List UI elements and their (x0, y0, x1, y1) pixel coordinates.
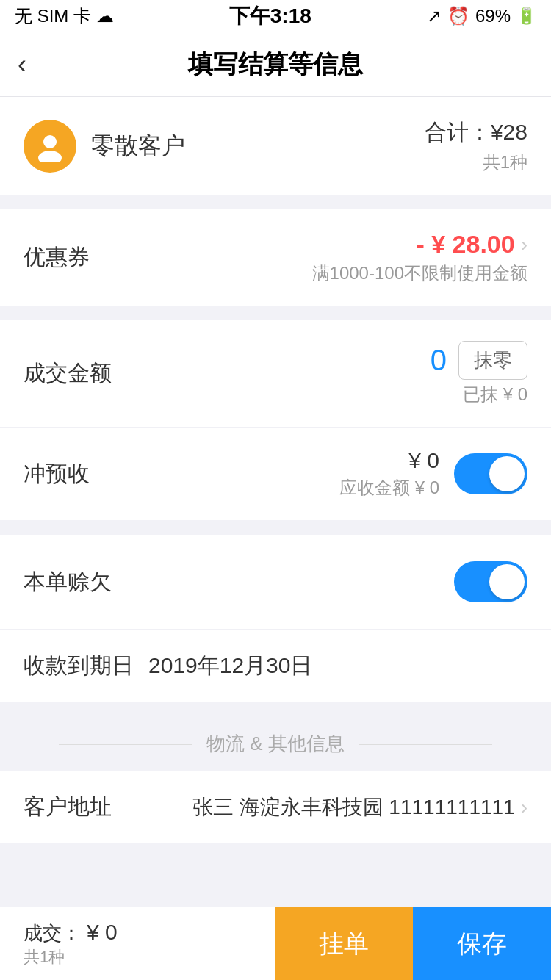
battery-label: 69% (475, 6, 511, 26)
debt-toggle[interactable] (454, 561, 527, 602)
transaction-right: 抹零 已抹 ¥ 0 (388, 341, 527, 406)
prepay-toggle[interactable] (454, 453, 527, 494)
bottom-bar: 成交： ¥ 0 共1种 挂单 保存 (0, 907, 551, 980)
sim-label: 无 SIM 卡 ☁ (15, 4, 114, 28)
coupon-desc: 满1000-100不限制使用金额 (312, 262, 527, 285)
customer-total-area: 合计：¥28 共1种 (425, 118, 527, 174)
toggle-knob (489, 456, 525, 491)
status-time: 下午3:18 (229, 2, 311, 30)
transaction-label: 成交金额 (24, 359, 112, 389)
status-left: 无 SIM 卡 ☁ (15, 4, 114, 28)
customer-count: 共1种 (425, 151, 527, 174)
transaction-value-area: 抹零 (388, 341, 527, 380)
avatar (24, 120, 76, 173)
back-button[interactable]: ‹ (18, 49, 26, 80)
page-title: 填写结算等信息 (188, 48, 363, 82)
prepay-label: 冲预收 (24, 459, 90, 489)
debt-toggle-knob (489, 564, 525, 599)
prepay-right: ¥ 0 应收金额 ¥ 0 (339, 448, 527, 500)
address-row[interactable]: 客户地址 张三 海淀永丰科技园 11111111111 › (0, 771, 551, 843)
coupon-section: 优惠券 - ¥ 28.00 › 满1000-100不限制使用金额 (0, 209, 551, 306)
prepay-sub: 应收金额 ¥ 0 (339, 476, 439, 500)
customer-section: 零散客户 合计：¥28 共1种 (0, 97, 551, 195)
due-date-value: 2019年12月30日 (148, 651, 312, 681)
coupon-value-area: - ¥ 28.00 › (416, 230, 527, 259)
save-button[interactable]: 保存 (413, 907, 551, 981)
address-right: 张三 海淀永丰科技园 11111111111 › (178, 793, 527, 821)
svg-point-0 (43, 135, 57, 148)
customer-info: 零散客户 (24, 120, 185, 173)
transaction-section: 成交金额 抹零 已抹 ¥ 0 冲预收 ¥ 0 应收金额 ¥ 0 (0, 320, 551, 520)
customer-total: 合计：¥28 (425, 118, 527, 148)
prepay-row: 冲预收 ¥ 0 应收金额 ¥ 0 (0, 428, 551, 520)
coupon-row[interactable]: 优惠券 - ¥ 28.00 › 满1000-100不限制使用金额 (0, 209, 551, 306)
transaction-sub: 已抹 ¥ 0 (463, 383, 527, 406)
logistics-container: 物流 & 其他信息 (0, 716, 551, 771)
bottom-deal-row: 成交： ¥ 0 (24, 920, 251, 946)
hang-button[interactable]: 挂单 (275, 907, 413, 981)
logistics-header-text: 物流 & 其他信息 (192, 731, 359, 757)
due-date-label: 收款到期日 (24, 651, 134, 681)
status-bar: 无 SIM 卡 ☁ 下午3:18 ↗ ⏰ 69% 🔋 (0, 0, 551, 32)
address-label: 客户地址 (24, 792, 112, 822)
battery-icon: 🔋 (516, 7, 536, 26)
bottom-deal-value: ¥ 0 (87, 920, 118, 945)
coupon-right: - ¥ 28.00 › 满1000-100不限制使用金额 (312, 230, 527, 285)
round-button[interactable]: 抹零 (458, 341, 527, 380)
bottom-summary: 成交： ¥ 0 共1种 (0, 920, 275, 968)
debt-section: 本单赊欠 收款到期日 2019年12月30日 (0, 535, 551, 702)
coupon-value: - ¥ 28.00 (416, 230, 514, 259)
address-value: 张三 海淀永丰科技园 11111111111 (192, 793, 515, 821)
nav-bar: ‹ 填写结算等信息 (0, 32, 551, 97)
bottom-deal-label: 成交： (24, 920, 81, 946)
address-chevron-icon: › (521, 796, 527, 819)
bottom-count: 共1种 (24, 946, 251, 968)
chevron-right-icon: › (521, 233, 527, 256)
location-icon: ↗ (427, 6, 442, 26)
status-right: ↗ ⏰ 69% 🔋 (427, 6, 536, 26)
logistics-header: 物流 & 其他信息 (0, 716, 551, 771)
transaction-input[interactable] (388, 344, 447, 377)
due-date-row: 收款到期日 2019年12月30日 (0, 630, 551, 702)
transaction-row: 成交金额 抹零 已抹 ¥ 0 (0, 320, 551, 428)
alarm-icon: ⏰ (447, 6, 469, 26)
prepay-value: ¥ 0 (408, 448, 439, 473)
debt-row: 本单赊欠 (0, 535, 551, 630)
svg-point-1 (38, 151, 62, 162)
coupon-label: 优惠券 (24, 242, 90, 273)
address-section: 客户地址 张三 海淀永丰科技园 11111111111 › (0, 771, 551, 843)
debt-label: 本单赊欠 (24, 567, 112, 597)
customer-name: 零散客户 (91, 130, 185, 162)
prepay-values: ¥ 0 应收金额 ¥ 0 (339, 448, 439, 500)
